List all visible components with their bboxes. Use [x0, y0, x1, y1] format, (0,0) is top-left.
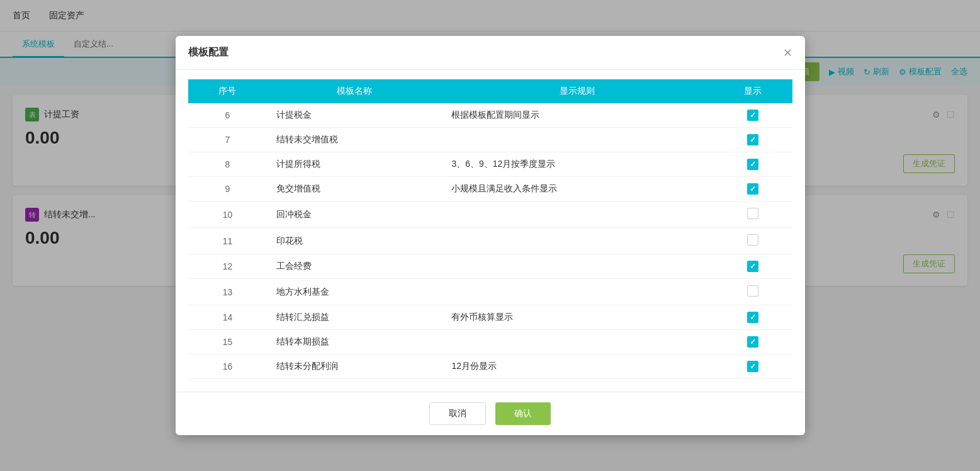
col-header-show: 显示 [713, 79, 792, 103]
table-row: 11印花税 [188, 228, 792, 254]
checkbox-2[interactable] [747, 159, 758, 170]
row-rule-0: 根据模板配置期间显示 [442, 103, 712, 128]
table-row: 14结转汇兑损益有外币核算显示 [188, 305, 792, 330]
row-name-7: 地方水利基金 [267, 279, 442, 305]
row-name-0: 计提税金 [267, 103, 442, 128]
row-rule-10: 12月份显示 [442, 355, 712, 379]
row-rule-1 [442, 128, 712, 152]
row-name-6: 工会经费 [267, 254, 442, 279]
table-row: 7结转未交增值税 [188, 128, 792, 152]
row-check-2[interactable] [713, 152, 792, 177]
checkbox-0[interactable] [747, 110, 758, 121]
row-check-9[interactable] [713, 330, 792, 355]
config-table: 序号 模板名称 显示规则 显示 6计提税金根据模板配置期间显示7结转未交增值税8… [188, 79, 792, 379]
row-id-7: 13 [188, 279, 268, 305]
checkbox-3[interactable] [747, 183, 758, 195]
row-name-1: 结转未交增值税 [267, 128, 442, 152]
row-name-3: 免交增值税 [267, 177, 442, 201]
row-name-10: 结转未分配利润 [267, 355, 442, 379]
checkbox-4[interactable] [747, 208, 758, 219]
table-row: 9免交增值税小规模且满足收入条件显示 [188, 177, 792, 201]
modal-template-config: 模板配置 ✕ 序号 模板名称 显示规则 显示 6计提税金根据模板配置期间显示7结… [176, 36, 805, 435]
checkbox-1[interactable] [747, 134, 758, 145]
checkbox-7[interactable] [747, 285, 758, 297]
row-id-4: 10 [188, 201, 268, 228]
row-check-8[interactable] [713, 305, 792, 330]
table-row: 6计提税金根据模板配置期间显示 [188, 103, 792, 128]
checkbox-9[interactable] [747, 336, 758, 348]
col-header-name: 模板名称 [267, 79, 442, 103]
table-row: 10回冲税金 [188, 201, 792, 228]
row-id-6: 12 [188, 254, 268, 279]
row-rule-2: 3、6、9、12月按季度显示 [442, 152, 712, 177]
row-id-9: 15 [188, 330, 268, 355]
row-id-5: 11 [188, 228, 268, 254]
table-row: 16结转未分配利润12月份显示 [188, 355, 792, 379]
table-row: 12工会经费 [188, 254, 792, 279]
table-row: 13地方水利基金 [188, 279, 792, 305]
row-rule-8: 有外币核算显示 [442, 305, 712, 330]
row-check-3[interactable] [713, 177, 792, 201]
modal-body: 序号 模板名称 显示规则 显示 6计提税金根据模板配置期间显示7结转未交增值税8… [176, 70, 805, 392]
row-name-2: 计提所得税 [267, 152, 442, 177]
row-check-1[interactable] [713, 128, 792, 152]
row-id-8: 14 [188, 305, 268, 330]
row-rule-7 [442, 279, 712, 305]
row-id-3: 9 [188, 177, 268, 201]
row-id-2: 8 [188, 152, 268, 177]
row-rule-6 [442, 254, 712, 279]
row-rule-4 [442, 201, 712, 228]
row-id-0: 6 [188, 103, 268, 128]
col-header-id: 序号 [188, 79, 268, 103]
row-check-4[interactable] [713, 201, 792, 228]
table-row: 15结转本期损益 [188, 330, 792, 355]
confirm-button[interactable]: 确认 [495, 402, 551, 425]
modal-overlay: 模板配置 ✕ 序号 模板名称 显示规则 显示 6计提税金根据模板配置期间显示7结… [0, 0, 980, 471]
row-check-5[interactable] [713, 228, 792, 254]
cancel-button[interactable]: 取消 [429, 402, 486, 425]
row-name-9: 结转本期损益 [267, 330, 442, 355]
row-id-10: 16 [188, 355, 268, 379]
row-check-6[interactable] [713, 254, 792, 279]
row-check-7[interactable] [713, 279, 792, 305]
modal-close-button[interactable]: ✕ [783, 47, 792, 59]
row-rule-9 [442, 330, 712, 355]
checkbox-5[interactable] [747, 234, 758, 246]
row-id-1: 7 [188, 128, 268, 152]
row-check-0[interactable] [713, 103, 792, 128]
row-name-8: 结转汇兑损益 [267, 305, 442, 330]
row-check-10[interactable] [713, 355, 792, 379]
modal-title: 模板配置 [188, 46, 228, 59]
col-header-rule: 显示规则 [442, 79, 712, 103]
row-name-5: 印花税 [267, 228, 442, 254]
row-rule-5 [442, 228, 712, 254]
checkbox-8[interactable] [747, 312, 758, 323]
row-rule-3: 小规模且满足收入条件显示 [442, 177, 712, 201]
table-row: 8计提所得税3、6、9、12月按季度显示 [188, 152, 792, 177]
row-name-4: 回冲税金 [267, 201, 442, 228]
checkbox-6[interactable] [747, 261, 758, 272]
checkbox-10[interactable] [747, 361, 758, 372]
